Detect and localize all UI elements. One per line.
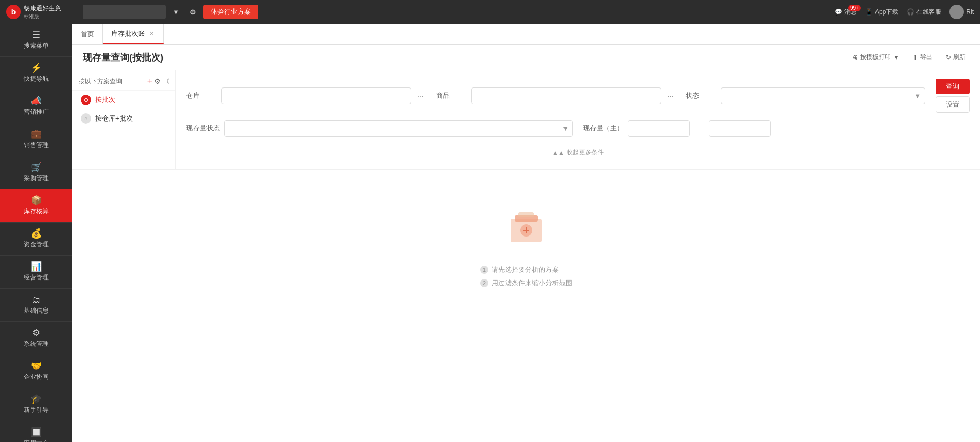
message-icon: 💬: [835, 8, 842, 16]
tip-num-2: 2: [480, 279, 488, 287]
collapse-sidebar-btn[interactable]: 《: [163, 77, 169, 86]
tip-text-2: 用过滤条件来缩小分析范围: [492, 276, 572, 290]
sidebar-label-search: 搜索菜单: [24, 41, 49, 50]
collapse-btn[interactable]: ▲▲ 收起更多条件: [186, 144, 970, 161]
goods-input[interactable]: [471, 87, 661, 104]
status-select[interactable]: [721, 87, 925, 104]
sidebar-item-newbie[interactable]: 🎓 新手引导: [0, 388, 72, 421]
app-download-icon: 📱: [865, 8, 873, 16]
tab-home[interactable]: 首页: [72, 24, 103, 44]
svg-rect-2: [518, 212, 534, 217]
empty-state-tips: 1 请先选择要分析的方案 2 用过滤条件来缩小分析范围: [480, 263, 572, 290]
warehouse-input[interactable]: [221, 87, 411, 104]
stock-amount-min-input[interactable]: [628, 120, 690, 137]
sidebar-icon-operation: 📊: [31, 262, 42, 271]
sidebar-item-shortcut[interactable]: ⚡ 快捷导航: [0, 57, 72, 90]
export-icon: ⬆: [913, 54, 918, 61]
print-btn[interactable]: 🖨 按模板打印 ▼: [848, 51, 903, 64]
settings-btn[interactable]: 设置: [936, 96, 970, 113]
warehouse-dots[interactable]: ···: [415, 92, 426, 100]
stock-status-group: 现存量状态 ▼: [186, 120, 573, 137]
filter-row-2: 现存量状态 ▼ 现存量（主） —: [186, 120, 970, 137]
refresh-btn[interactable]: ↻ 刷新: [942, 51, 970, 64]
header-search-input[interactable]: [83, 5, 166, 19]
filter-form: 仓库 ··· 商品 ··· 状态: [176, 70, 980, 169]
add-schema-btn[interactable]: +: [147, 77, 152, 86]
action-buttons: 查询 设置: [936, 79, 970, 113]
sidebar-icon-purchase: 🛒: [31, 163, 42, 172]
sidebar-item-finance[interactable]: 💰 资金管理: [0, 223, 72, 256]
schema-item-warehouse-batch[interactable]: ○ 按仓库+批次: [72, 109, 175, 128]
collapse-text: 收起更多条件: [567, 148, 604, 157]
export-btn[interactable]: ⬆ 导出: [909, 51, 937, 64]
schema-settings-btn[interactable]: ⚙: [154, 77, 161, 85]
page-actions: 🖨 按模板打印 ▼ ⬆ 导出 ↻ 刷新: [848, 51, 970, 64]
online-support-label: 在线客服: [916, 8, 941, 17]
status-select-wrapper: ▼: [721, 87, 925, 104]
edition-label: 标准版: [24, 13, 61, 20]
filter-sidebar-header: 按以下方案查询 + ⚙ 《: [72, 77, 175, 91]
tip-item-2: 2 用过滤条件来缩小分析范围: [480, 276, 572, 290]
stock-status-select-wrapper: ▼: [224, 120, 573, 137]
sidebar-item-purchase[interactable]: 🛒 采购管理: [0, 156, 72, 189]
app-download-btn[interactable]: 📱 App下载: [865, 8, 898, 17]
main-layout: ☰ 搜索菜单 ⚡ 快捷导航 📣 营销推广 💼 销售管理 🛒 采购管理 📦 库存核…: [0, 24, 980, 442]
tab-home-label: 首页: [81, 30, 94, 39]
empty-state-icon: [500, 201, 552, 253]
sidebar-icon-collab: 🤝: [31, 361, 42, 371]
sidebar-item-system[interactable]: ⚙ 系统管理: [0, 322, 72, 355]
content-area: 首页 库存批次账 ✕ 现存量查询(按批次) 🖨 按模板打印 ▼ ⬆: [72, 24, 980, 442]
sidebar-label-shortcut: 快捷导航: [24, 75, 49, 83]
app-download-label: App下载: [875, 8, 898, 17]
refresh-icon: ↻: [946, 54, 951, 61]
page-title: 现存量查询(按批次): [83, 51, 164, 64]
warehouse-label: 仓库: [186, 91, 217, 100]
sidebar-item-operation[interactable]: 📊 经营管理: [0, 256, 72, 289]
sidebar-item-inventory[interactable]: 📦 库存核算: [0, 189, 72, 223]
sidebar-icon-finance: 💰: [31, 229, 42, 238]
tab-inventory-batch[interactable]: 库存批次账 ✕: [103, 24, 164, 44]
tab-bar: 首页 库存批次账 ✕: [72, 24, 980, 45]
goods-dots[interactable]: ···: [665, 92, 676, 100]
query-btn[interactable]: 查询: [936, 79, 970, 94]
sidebar-label-sales: 销售管理: [24, 141, 49, 150]
status-label: 状态: [686, 91, 717, 100]
sidebar: ☰ 搜索菜单 ⚡ 快捷导航 📣 营销推广 💼 销售管理 🛒 采购管理 📦 库存核…: [0, 24, 72, 442]
page-content: 现存量查询(按批次) 🖨 按模板打印 ▼ ⬆ 导出 ↻ 刷新: [72, 45, 980, 442]
user-area[interactable]: Rit: [949, 5, 974, 19]
header-dropdown-btn[interactable]: ▼: [170, 6, 183, 18]
online-support-btn[interactable]: 🎧 在线客服: [907, 8, 941, 17]
empty-state: 1 请先选择要分析的方案 2 用过滤条件来缩小分析范围: [72, 170, 980, 321]
schema-icon-warehouse-batch: ○: [81, 113, 91, 124]
tip-item-1: 1 请先选择要分析的方案: [480, 263, 572, 276]
top-header: b 畅康通好生意 标准版 ▼ ⚙ 体验行业方案 💬 消息 99+ 📱 App下载…: [0, 0, 980, 24]
sidebar-item-basic[interactable]: 🗂 基础信息: [0, 289, 72, 322]
export-label: 导出: [920, 53, 932, 62]
trial-btn[interactable]: 体验行业方案: [203, 5, 258, 19]
sidebar-item-collab[interactable]: 🤝 企业协同: [0, 355, 72, 388]
sidebar-label-finance: 资金管理: [24, 240, 49, 249]
sidebar-item-marketing[interactable]: 📣 营销推广: [0, 90, 72, 123]
sidebar-icon-newbie: 🎓: [31, 394, 42, 404]
stock-status-select[interactable]: [224, 120, 573, 137]
print-icon: 🖨: [852, 54, 858, 61]
message-badge: 99+: [848, 5, 861, 11]
sidebar-icon-shortcut: ⚡: [31, 63, 42, 72]
sidebar-item-appstore[interactable]: 🔲 应用中心: [0, 421, 72, 442]
stock-amount-max-input[interactable]: [709, 120, 771, 137]
user-avatar: [949, 5, 964, 19]
header-right: 💬 消息 99+ 📱 App下载 🎧 在线客服 Rit: [835, 5, 974, 19]
sidebar-item-sales[interactable]: 💼 销售管理: [0, 123, 72, 156]
sidebar-label-marketing: 营销推广: [24, 108, 49, 116]
tab-close-btn[interactable]: ✕: [148, 29, 155, 38]
schema-item-batch[interactable]: ⊙ 按批次: [72, 91, 175, 109]
page-header: 现存量查询(按批次) 🖨 按模板打印 ▼ ⬆ 导出 ↻ 刷新: [72, 45, 980, 70]
stock-status-label: 现存量状态: [186, 124, 220, 133]
sidebar-label-basic: 基础信息: [24, 306, 49, 315]
message-btn[interactable]: 💬 消息 99+: [835, 8, 857, 17]
header-settings-btn[interactable]: ⚙: [187, 6, 199, 18]
filter-sidebar-title: 按以下方案查询: [79, 77, 122, 86]
header-search-area: ▼ ⚙ 体验行业方案: [83, 5, 830, 19]
goods-label: 商品: [436, 91, 467, 100]
sidebar-item-search[interactable]: ☰ 搜索菜单: [0, 24, 72, 57]
